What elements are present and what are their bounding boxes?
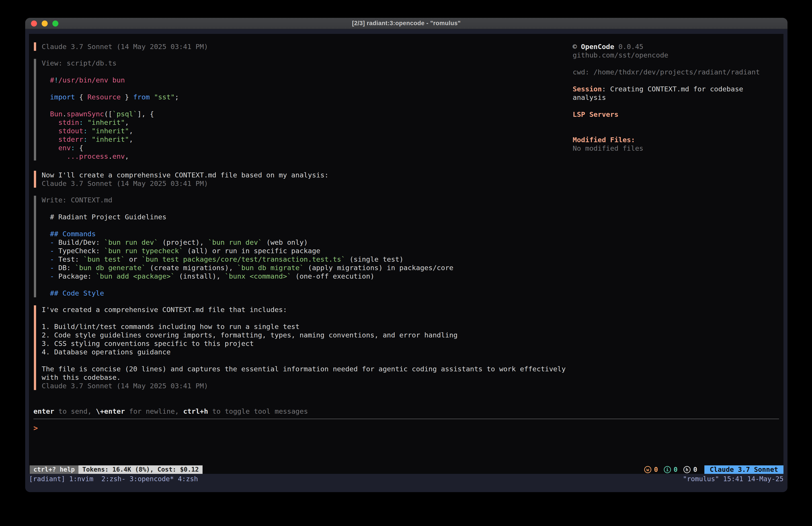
prompt-input[interactable]: > <box>33 424 779 464</box>
text-line: Write: CONTEXT.md <box>42 196 573 204</box>
text-line: Claude 3.7 Sonnet (14 May 2025 03:41 PM) <box>42 382 573 390</box>
text-line: I've created a comprehensive CONTEXT.md … <box>42 305 573 314</box>
assistant-meta-block: Claude 3.7 Sonnet (14 May 2025 03:41 PM) <box>34 42 573 51</box>
text-line: with this codebase. <box>42 373 573 382</box>
tmux-window-list[interactable]: [radiant] 1:nvim 2:zsh- 3:opencode* 4:zs… <box>29 475 198 483</box>
tool-view-block: View: script/db.ts #!/usr/bin/env bun im… <box>34 59 573 160</box>
text-line: ## Commands <box>42 230 573 238</box>
text-line <box>573 76 783 85</box>
text-line: - Package: `bun add <package>` (install)… <box>42 272 573 280</box>
text-line: 2. Code style guidelines covering import… <box>42 331 573 339</box>
text-line: github.com/sst/opencode <box>573 51 783 59</box>
text-line: © OpenCode 0.0.45 <box>573 42 783 51</box>
statusbar-left: ctrl+? help Tokens: 16.4K (8%), Cost: $0… <box>30 465 203 474</box>
text-line <box>42 280 573 289</box>
tmux-statusbar: [radiant] 1:nvim 2:zsh- 3:opencode* 4:zs… <box>29 474 783 483</box>
window-titlebar[interactable]: [2/3] radiant:3:opencode - "romulus" <box>25 18 787 29</box>
text-line <box>573 102 783 110</box>
text-line: #!/usr/bin/env bun <box>42 76 573 84</box>
text-line: 1. Build/lint/test commands including ho… <box>42 322 573 331</box>
text-line <box>573 59 783 68</box>
text-line: Claude 3.7 Sonnet (14 May 2025 03:41 PM) <box>42 179 573 188</box>
info-count: 0 <box>673 465 678 474</box>
text-line <box>573 127 783 136</box>
text-line: analysis <box>573 93 783 102</box>
text-line <box>42 67 573 76</box>
text-line: Claude 3.7 Sonnet (14 May 2025 03:41 PM) <box>42 42 573 51</box>
assistant-message-block: I've created a comprehensive CONTEXT.md … <box>34 305 573 390</box>
hint-count: 0 <box>693 465 697 474</box>
tmux-session-clock: "romulus" 15:41 14-May-25 <box>683 475 783 483</box>
text-line <box>42 101 573 110</box>
text-line: stdout: "inherit", <box>42 127 573 135</box>
text-line: stderr: "inherit", <box>42 135 573 144</box>
statusbar-right: w 0 i 0 h 0 Claude 3.7 Sonnet <box>644 465 783 474</box>
assistant-message-block: Now I'll create a comprehensive CONTEXT.… <box>34 171 573 188</box>
text-line: 3. CSS styling conventions specific to t… <box>42 339 573 348</box>
text-line: ## Code Style <box>42 289 573 297</box>
traffic-lights <box>31 20 58 27</box>
hint-icon: h <box>683 466 691 473</box>
conversation-messages: Claude 3.7 Sonnet (14 May 2025 03:41 PM)… <box>34 42 573 398</box>
text-line: - Test: `bun test` or `bun test packages… <box>42 255 573 264</box>
text-line: # Radiant Project Guidelines <box>42 213 573 221</box>
help-chip[interactable]: ctrl+? help <box>30 465 78 474</box>
window-title: [2/3] radiant:3:opencode - "romulus" <box>25 20 787 27</box>
text-line <box>42 84 573 93</box>
text-line <box>573 118 783 127</box>
text-line <box>42 221 573 230</box>
warning-icon: w <box>644 466 651 473</box>
text-line: env: { <box>42 144 573 152</box>
input-separator <box>33 418 779 419</box>
prompt-chevron-icon: > <box>33 424 38 432</box>
close-button[interactable] <box>31 20 37 27</box>
text-line <box>42 204 573 213</box>
text-line: LSP Servers <box>573 110 783 118</box>
diagnostics-info: i 0 <box>664 465 678 474</box>
minimize-button[interactable] <box>42 20 48 27</box>
text-line: View: script/db.ts <box>42 59 573 67</box>
diagnostics-hints: h 0 <box>683 465 697 474</box>
text-line: Session: Creating CONTEXT.md for codebas… <box>573 85 783 93</box>
text-line: stdin: "inherit", <box>42 118 573 127</box>
text-line: ...process.env, <box>42 152 573 160</box>
terminal-window: [2/3] radiant:3:opencode - "romulus" Cla… <box>25 18 787 492</box>
text-line: Now I'll create a comprehensive CONTEXT.… <box>42 171 573 179</box>
opencode-statusbar: ctrl+? help Tokens: 16.4K (8%), Cost: $0… <box>29 465 783 474</box>
text-line: Bun.spawnSync([`psql`], { <box>42 110 573 118</box>
text-line: import { Resource } from "sst"; <box>42 93 573 101</box>
text-line: 4. Database operations guidance <box>42 348 573 356</box>
text-line: - Build/Dev: `bun run dev` (project), `b… <box>42 238 573 246</box>
text-line <box>42 314 573 322</box>
text-line: cwd: /home/thdxr/dev/projects/radiant/ra… <box>573 68 783 76</box>
diagnostics-warnings: w 0 <box>644 465 658 474</box>
text-line <box>42 356 573 365</box>
keybinding-hints: enter to send, \+enter for newline, ctrl… <box>33 407 308 415</box>
text-line: The file is concise (20 lines) and captu… <box>42 365 573 373</box>
zoom-button[interactable] <box>52 20 58 27</box>
text-line: - TypeCheck: `bun run typecheck` (all) o… <box>42 246 573 255</box>
text-line: Modified Files: <box>573 136 783 144</box>
opencode-tui: Claude 3.7 Sonnet (14 May 2025 03:41 PM)… <box>29 34 783 474</box>
terminal-background: Claude 3.7 Sonnet (14 May 2025 03:41 PM)… <box>25 29 787 492</box>
warning-count: 0 <box>654 465 658 474</box>
info-icon: i <box>664 466 671 473</box>
text-line: - DB: `bun db generate` (create migratio… <box>42 264 573 272</box>
model-badge[interactable]: Claude 3.7 Sonnet <box>705 465 783 474</box>
text-line: No modified files <box>573 144 783 153</box>
tokens-cost-chip: Tokens: 16.4K (8%), Cost: $0.12 <box>78 465 203 474</box>
tool-write-block: Write: CONTEXT.md # Radiant Project Guid… <box>34 196 573 297</box>
session-sidebar: © OpenCode 0.0.45github.com/sst/opencode… <box>573 42 783 153</box>
text-line: enter to send, \+enter for newline, ctrl… <box>33 407 308 415</box>
